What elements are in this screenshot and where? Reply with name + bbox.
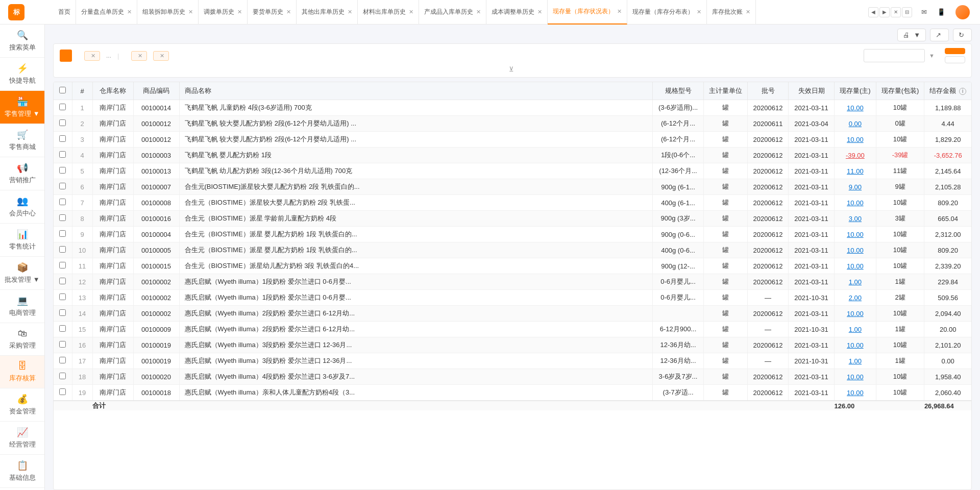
print-btn[interactable]: 🖨 ▼ bbox=[897, 29, 926, 41]
color-input[interactable] bbox=[864, 49, 925, 62]
tab-require[interactable]: 要货单历史 ✕ bbox=[248, 0, 297, 24]
user-area[interactable] bbox=[955, 5, 972, 19]
expand-conditions-btn[interactable]: ⊻ bbox=[60, 63, 965, 73]
product-tag1-close[interactable]: ✕ bbox=[138, 53, 142, 59]
row-checkbox[interactable] bbox=[54, 385, 72, 401]
row-checkbox[interactable] bbox=[54, 211, 72, 227]
tab-close-icon[interactable]: ✕ bbox=[746, 9, 750, 15]
sidebar-item-shortcut[interactable]: ⚡ 快捷导航 bbox=[0, 58, 44, 91]
row-checkbox[interactable] bbox=[54, 274, 72, 290]
row-checkbox[interactable] bbox=[54, 132, 72, 148]
row-checkbox[interactable] bbox=[54, 369, 72, 385]
sidebar-item-purchase[interactable]: 🛍 采购管理 bbox=[0, 323, 44, 356]
tab-close-icon[interactable]: ✕ bbox=[127, 9, 132, 15]
filter-right: ▼ bbox=[860, 49, 935, 62]
refresh-btn[interactable]: ↻ bbox=[953, 29, 972, 41]
tab-close-icon[interactable]: ✕ bbox=[409, 9, 413, 15]
export-btn[interactable]: ↗ bbox=[930, 29, 949, 41]
row-unit: 罐 bbox=[704, 385, 748, 401]
row-name: 合生元（BIOSTIME）派星 婴儿配方奶粉 1段 乳铁蛋白的... bbox=[179, 227, 653, 242]
tab-stock-dist[interactable]: 现存量（库存分布表） ✕ bbox=[627, 0, 707, 24]
product-tag2-close[interactable]: ✕ bbox=[160, 53, 164, 59]
row-batch: 20200612 bbox=[748, 258, 789, 274]
sidebar-item-search[interactable]: 🔍 搜索英单 bbox=[0, 24, 44, 58]
sidebar-item-retail-store[interactable]: 🛒 零售商城 bbox=[0, 124, 44, 157]
tab-close-icon[interactable]: ✕ bbox=[237, 9, 242, 15]
tab-close-icon[interactable]: ✕ bbox=[476, 9, 481, 15]
message-btn[interactable]: ✉ bbox=[921, 8, 929, 16]
balance-info-icon[interactable]: i bbox=[959, 88, 966, 95]
sidebar-item-retail-stat[interactable]: 📊 零售统计 bbox=[0, 224, 44, 257]
sidebar-item-system[interactable]: ⚙ 系统管理 bbox=[0, 488, 44, 490]
row-checkbox[interactable] bbox=[54, 163, 72, 179]
tab-cost-adjust[interactable]: 成本调整单历史 ✕ bbox=[486, 0, 548, 24]
tab-home[interactable]: 首页 bbox=[53, 0, 76, 24]
tab-disassemble[interactable]: 组装拆卸单历史 ✕ bbox=[137, 0, 199, 24]
warehouse-tag[interactable]: ✕ bbox=[84, 51, 100, 61]
tab-close-icon[interactable]: ✕ bbox=[617, 8, 622, 15]
app-download-btn[interactable]: 📱 bbox=[937, 8, 947, 16]
sidebar-item-operations[interactable]: 📈 经营管理 bbox=[0, 422, 44, 455]
tab-stock-status[interactable]: 现存量（库存状况表） ✕ bbox=[548, 0, 627, 24]
warehouse-tag-close[interactable]: ✕ bbox=[91, 53, 95, 59]
tab-close-icon[interactable]: ✕ bbox=[537, 9, 542, 15]
table-row: 11 南岸门店 00100015 合生元（BIOSTIME）派星幼儿配方奶粉 3… bbox=[54, 258, 971, 274]
tab-adjust[interactable]: 调拨单历史 ✕ bbox=[199, 0, 248, 24]
warehouse-more[interactable]: ... bbox=[106, 52, 111, 59]
row-checkbox[interactable] bbox=[54, 258, 72, 274]
row-index: 16 bbox=[72, 337, 92, 353]
row-checkbox[interactable] bbox=[54, 195, 72, 211]
product-tag1[interactable]: ✕ bbox=[131, 51, 147, 61]
tab-close-icon[interactable]: ✕ bbox=[348, 9, 352, 15]
row-checkbox[interactable] bbox=[54, 306, 72, 322]
row-checkbox[interactable] bbox=[54, 290, 72, 306]
sidebar-item-basic[interactable]: 📋 基础信息 bbox=[0, 455, 44, 488]
col-checkbox[interactable] bbox=[54, 82, 72, 100]
tab-material-out[interactable]: 材料出库单历史 ✕ bbox=[358, 0, 419, 24]
sidebar-item-finance[interactable]: 💰 资金管理 bbox=[0, 388, 44, 422]
sidebar-item-marketing[interactable]: 📢 营销推广 bbox=[0, 157, 44, 190]
row-checkbox[interactable] bbox=[54, 337, 72, 353]
row-spec: 900g (3岁... bbox=[653, 211, 704, 227]
sidebar-item-member[interactable]: 👥 会员中心 bbox=[0, 190, 44, 224]
row-checkbox[interactable] bbox=[54, 116, 72, 132]
sidebar-item-inventory[interactable]: 🗄 库存核算 bbox=[0, 356, 44, 388]
row-checkbox[interactable] bbox=[54, 100, 72, 116]
row-stock-pkg: 10罐 bbox=[876, 306, 924, 322]
row-checkbox[interactable] bbox=[54, 227, 72, 242]
tab-menu-btn[interactable]: ⊟ bbox=[902, 7, 912, 17]
row-checkbox[interactable] bbox=[54, 148, 72, 163]
color-dropdown-icon[interactable]: ▼ bbox=[929, 53, 935, 59]
row-unit: 罐 bbox=[704, 242, 748, 258]
tab-product-in[interactable]: 产成品入库单历史 ✕ bbox=[419, 0, 486, 24]
select-all-checkbox[interactable] bbox=[59, 87, 66, 93]
sidebar-item-ecommerce[interactable]: 💻 电商管理 bbox=[0, 290, 44, 323]
sidebar-item-retail[interactable]: 🏪 零售管理 ▼ bbox=[0, 91, 44, 124]
row-name: 合生元（BIOSTIME）派星 婴儿配方奶粉 1段 乳铁蛋白的... bbox=[179, 242, 653, 258]
tab-close-icon[interactable]: ✕ bbox=[286, 9, 291, 15]
query-btn[interactable] bbox=[945, 48, 965, 54]
row-stock-main: 10.00 bbox=[835, 195, 876, 211]
row-expire: 2021-03-11 bbox=[789, 100, 835, 116]
product-tag2[interactable]: ✕ bbox=[153, 51, 169, 61]
tab-other-out[interactable]: 其他出库单历史 ✕ bbox=[297, 0, 358, 24]
row-checkbox[interactable] bbox=[54, 242, 72, 258]
tab-close-icon[interactable]: ✕ bbox=[188, 9, 193, 15]
row-store: 南岸门店 bbox=[92, 211, 133, 227]
row-checkbox[interactable] bbox=[54, 179, 72, 195]
sidebar-item-wholesale[interactable]: 📦 批发管理 ▼ bbox=[0, 257, 44, 290]
row-balance: 2,312.00 bbox=[924, 227, 971, 242]
tab-split-inventory[interactable]: 分量盘点单历史 ✕ bbox=[76, 0, 137, 24]
tab-close-btn[interactable]: ✕ bbox=[891, 7, 901, 17]
row-checkbox[interactable] bbox=[54, 353, 72, 369]
footer-label: 合计 bbox=[92, 401, 835, 410]
tab-close-icon[interactable]: ✕ bbox=[697, 9, 701, 15]
row-index: 8 bbox=[72, 211, 92, 227]
tab-prev-btn[interactable]: ◀ bbox=[868, 7, 878, 17]
filter-expand-btn[interactable] bbox=[60, 50, 72, 62]
setting-btn[interactable] bbox=[945, 56, 965, 63]
row-checkbox[interactable] bbox=[54, 322, 72, 337]
col-balance: 结存金额 i bbox=[924, 82, 971, 100]
tab-batch-voucher[interactable]: 库存批次账 ✕ bbox=[707, 0, 756, 24]
tab-next-btn[interactable]: ▶ bbox=[879, 7, 890, 17]
